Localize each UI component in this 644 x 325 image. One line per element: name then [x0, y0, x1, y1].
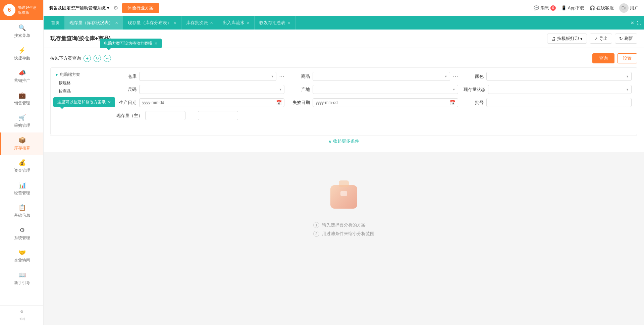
origin-select[interactable] — [313, 85, 458, 94]
filter-fields: 仓库 ⋯ 商品 ⋯ — [111, 68, 637, 135]
trial-button[interactable]: 体验行业方案 — [122, 3, 159, 13]
tab-batch-ledger[interactable]: 库存批次账 ✕ — [181, 16, 218, 30]
color-select[interactable] — [486, 72, 632, 81]
tab-close-all-icon[interactable]: ✕ — [631, 20, 634, 25]
origin-label: 产地 — [290, 87, 310, 93]
tab-close-icon[interactable]: ✕ — [115, 21, 118, 25]
inventory-nav-icon: 📦 — [18, 137, 26, 144]
sidebar-item-sales[interactable]: 💼 销售管理 — [0, 88, 43, 110]
system-name-selector[interactable]: 装备及固定资产辅助管理系统 ▾ — [49, 5, 109, 11]
filter-origin: 产地 — [290, 85, 458, 94]
sidebar-navigation: 🔍 搜索菜单 ⚡ 快捷导航 📣 营销推广 💼 销售管理 🛒 采购管理 📦 库存核… — [0, 20, 43, 305]
tab-close-icon[interactable]: ✕ — [247, 21, 250, 25]
empty-state: 1 请先选择要分析的方案 2 用过滤条件来缩小分析范围 — [44, 155, 644, 265]
online-support-button[interactable]: 🎧 在线客服 — [590, 5, 614, 11]
sidebar-collapse[interactable]: ◁◁ — [19, 317, 24, 321]
warehouse-label: 仓库 — [116, 73, 137, 79]
print-button[interactable]: 🖨 按模板打印 ▾ — [547, 34, 587, 44]
scheme-item-by-spec[interactable]: 按规格 — [51, 79, 111, 87]
filter-batch-number: 批号 — [464, 98, 632, 107]
logo-icon: 6 — [3, 4, 15, 16]
sidebar-item-search[interactable]: 🔍 搜索菜单 — [0, 20, 43, 43]
search-nav-icon: 🔍 — [18, 24, 26, 32]
filter-add-button[interactable]: + — [84, 55, 91, 62]
sidebar-item-operations[interactable]: 📊 经营管理 — [0, 177, 43, 200]
batch-number-input[interactable] — [486, 98, 632, 107]
tab-expand-icon[interactable]: ⛶ — [637, 20, 641, 25]
tip-text-1: 请先选择要分析的方案 — [322, 221, 366, 229]
color-label: 颜色 — [464, 73, 484, 79]
sidebar-item-finance[interactable]: 💰 资金管理 — [0, 155, 43, 177]
sidebar-item-label: 搜索菜单 — [14, 33, 30, 39]
tooltip-create-close-icon[interactable]: ✕ — [108, 100, 111, 105]
filter-row-2: 尺码 产地 现存量状态 — [116, 85, 632, 94]
product-select-wrapper — [313, 72, 450, 81]
product-select[interactable] — [313, 72, 450, 81]
header-settings-icon[interactable]: ⚙ — [113, 5, 118, 11]
production-date-start[interactable] — [139, 98, 284, 107]
sidebar-item-label: 采购管理 — [14, 123, 30, 128]
warehouse-dots-icon[interactable]: ⋯ — [279, 73, 284, 79]
reset-button[interactable]: 设置 — [617, 53, 637, 63]
logo-text: 畅通好生意 标准版 — [18, 5, 37, 15]
origin-select-wrapper — [313, 85, 458, 94]
tooltip-close-icon[interactable]: ✕ — [154, 41, 158, 46]
sidebar-item-system[interactable]: ⚙ 系统管理 — [0, 222, 43, 245]
message-button[interactable]: 💬 消息 6 — [534, 5, 556, 11]
filter-arrow-button[interactable]: ← — [104, 55, 111, 62]
sidebar-item-inventory[interactable]: 📦 库存核算 — [0, 132, 43, 155]
product-dots-icon[interactable]: ⋯ — [453, 73, 458, 79]
operations-nav-icon: 📊 — [18, 181, 26, 189]
product-label: 商品 — [290, 73, 310, 79]
scheme-item-by-product[interactable]: 按商品 — [51, 87, 111, 96]
tab-inventory-status[interactable]: 现存量（库存状况表） ✕ — [65, 16, 123, 30]
sidebar-item-guide[interactable]: 📖 新手引导 — [0, 267, 43, 290]
collapse-bar[interactable]: ∧ 收起更多条件 — [50, 135, 637, 147]
size-select[interactable] — [139, 85, 284, 94]
app-download-button[interactable]: 📱 App下载 — [561, 5, 584, 11]
warehouse-select-wrapper — [139, 72, 276, 81]
tab-flow[interactable]: 出入库流水 ✕ — [218, 16, 255, 30]
sidebar-item-enterprise[interactable]: 🤝 企业协同 — [0, 245, 43, 267]
filter-size: 尺码 — [116, 85, 284, 94]
filter-refresh-button[interactable]: ↻ — [94, 55, 101, 62]
sidebar: 6 畅通好生意 标准版 🔍 搜索菜单 ⚡ 快捷导航 📣 营销推广 💼 销售管理 … — [0, 0, 44, 325]
user-menu[interactable]: Ea 用户 — [619, 3, 639, 13]
export-button[interactable]: ↗ 导出 — [590, 34, 612, 44]
warehouse-select[interactable] — [139, 72, 276, 81]
top-header: 装备及固定资产辅助管理系统 ▾ ⚙ 体验行业方案 💬 消息 6 📱 App下载 … — [44, 0, 644, 16]
scheme-panel: ▼ 电脑端方案 按规格 按商品 ▶ 移动端方案 这里可 — [51, 68, 111, 135]
message-icon: 💬 — [534, 5, 539, 10]
range-separator: — — [188, 113, 195, 118]
expiry-date-start-wrapper: 📅 — [313, 98, 458, 107]
header-right: 💬 消息 6 📱 App下载 🎧 在线客服 Ea 用户 — [534, 3, 639, 13]
sidebar-item-purchase[interactable]: 🛒 采购管理 — [0, 110, 43, 132]
tab-close-icon[interactable]: ✕ — [173, 21, 176, 25]
sidebar-item-basic-info[interactable]: 📋 基础信息 — [0, 200, 43, 222]
sidebar-item-marketing[interactable]: 📣 营销推广 — [0, 65, 43, 88]
stock-qty-start[interactable] — [145, 111, 185, 120]
tab-close-icon[interactable]: ✕ — [287, 21, 290, 25]
sidebar-item-label: 快捷导航 — [14, 55, 30, 61]
search-button[interactable]: 查询 — [592, 53, 614, 63]
expiry-date-start[interactable] — [313, 98, 458, 107]
scheme-group-pc-header[interactable]: ▼ 电脑端方案 — [51, 70, 111, 79]
filter-label: 按以下方案查询 — [50, 55, 81, 61]
stock-status-select[interactable] — [488, 85, 632, 94]
sidebar-settings[interactable]: ⚙ — [20, 310, 23, 314]
filter-row-4: 现存量（主） — — [116, 111, 632, 120]
size-label: 尺码 — [116, 87, 137, 93]
tip-number-2: 2 — [313, 231, 319, 237]
production-date-start-wrapper: 📅 — [139, 98, 284, 107]
sidebar-item-shortcut[interactable]: ⚡ 快捷导航 — [0, 43, 43, 65]
tooltip-create-text: 这里可以创建和修改方案哦 — [57, 99, 106, 105]
tab-summary[interactable]: 收发存汇总表 ✕ — [255, 16, 296, 30]
sales-nav-icon: 💼 — [18, 92, 26, 99]
tab-label: 首页 — [51, 20, 60, 26]
stock-qty-end[interactable] — [198, 111, 238, 120]
tab-close-icon[interactable]: ✕ — [210, 21, 213, 25]
refresh-button[interactable]: ↻ 刷新 — [615, 34, 637, 44]
collapse-sidebar-icon: ◁◁ — [19, 317, 24, 321]
tab-home[interactable]: 首页 — [46, 16, 65, 30]
tab-inventory-dist[interactable]: 现存量（库存分布表） ✕ — [123, 16, 181, 30]
